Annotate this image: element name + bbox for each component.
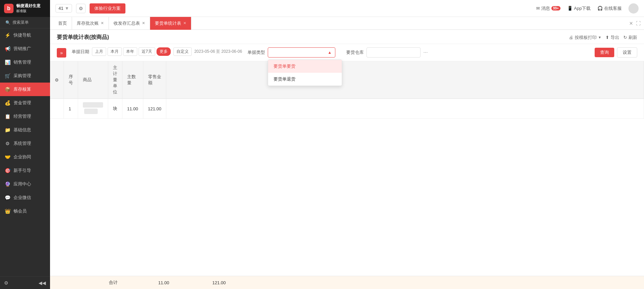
- purchase-icon: 🛒: [4, 72, 11, 79]
- trial-industry-button[interactable]: 体验行业方案: [90, 3, 125, 14]
- filter-bar: » 单据日期 上月 本月 本年 近7天 更多 自定义 2023-05-06 至 …: [50, 44, 644, 61]
- table-row: 1 块 11.00 121.00: [50, 99, 644, 119]
- print-template-btn[interactable]: 🖨 按模板打印 ▼: [569, 35, 601, 41]
- table-cell-unit: 块: [108, 99, 122, 119]
- message-icon: ✉: [536, 6, 540, 11]
- tab-label: 收发存汇总表: [114, 20, 140, 26]
- expand-icon[interactable]: ⛶: [636, 21, 641, 26]
- sidebar-item-marketing[interactable]: 📢 营销推广: [0, 42, 50, 55]
- sidebar-search[interactable]: 🔍 搜索菜单: [0, 17, 50, 28]
- sidebar-item-guide[interactable]: 🎯 新手引导: [0, 164, 50, 177]
- dropdown-item-order-return[interactable]: 要货单退货: [268, 73, 342, 86]
- online-service-label: 在线客服: [604, 5, 622, 12]
- settings-button[interactable]: 设置: [617, 47, 637, 58]
- sidebar-item-label: 畅会员: [14, 208, 27, 214]
- operation-icon: 📋: [4, 113, 11, 120]
- sidebar-item-basic[interactable]: 📁 基础信息: [0, 123, 50, 137]
- table-cell-settings: [50, 99, 64, 119]
- sidebar: b 畅捷通好生意 标准版 🔍 搜索菜单 ⚡ 快捷导航 📢 营销推广 📊 销售管理…: [0, 0, 50, 289]
- messages-label: 消息: [541, 5, 550, 12]
- page-content: 要货单统计表(按商品) 🖨 按模板打印 ▼ ⬆ 导出 ↻ 刷新: [50, 30, 644, 289]
- date-range-display: 2023-05-06 至 2023-06-06: [194, 49, 242, 54]
- page-header: 要货单统计表(按商品) 🖨 按模板打印 ▼ ⬆ 导出 ↻ 刷新: [50, 30, 644, 44]
- sidebar-item-purchase[interactable]: 🛒 采购管理: [0, 69, 50, 83]
- date-filter-group: 单据日期 上月 本月 本年 近7天 更多 自定义 2023-05-06 至 20…: [72, 47, 242, 56]
- chevron-down-icon: ▼: [598, 36, 601, 39]
- online-service-btn[interactable]: 🎧 在线客服: [597, 5, 622, 12]
- sales-icon: 📊: [4, 59, 11, 66]
- table-col-unit: 主计量单位: [108, 61, 122, 99]
- export-btn[interactable]: ⬆ 导出: [605, 35, 619, 41]
- sidebar-item-finance[interactable]: 💰 资金管理: [0, 96, 50, 110]
- sidebar-item-inventory[interactable]: 📦 库存核算: [0, 83, 50, 96]
- date-btn-last-7[interactable]: 近7天: [139, 47, 155, 56]
- close-all-icon[interactable]: ✕: [629, 21, 633, 26]
- sidebar-item-sales[interactable]: 📊 销售管理: [0, 55, 50, 69]
- refresh-btn[interactable]: ↻ 刷新: [623, 35, 637, 41]
- tab-close-icon[interactable]: ✕: [183, 21, 186, 25]
- collapse-icon: ◀◀: [39, 280, 46, 286]
- sidebar-item-label: 快捷导航: [14, 32, 31, 38]
- footer-label: 合计: [109, 280, 118, 286]
- logo-sub: 标准版: [16, 9, 41, 14]
- tab-home[interactable]: 首页: [53, 17, 72, 30]
- sidebar-collapse-btn[interactable]: ◀◀: [39, 280, 46, 286]
- sidebar-logo: b 畅捷通好生意 标准版: [0, 0, 50, 17]
- topbar: 41 ▼ ⚙ 体验行业方案 ✉ 消息 99+ 📱 App下载 🎧 在线客服: [50, 0, 644, 17]
- sidebar-item-quick-nav[interactable]: ⚡ 快捷导航: [0, 28, 50, 42]
- messages-btn[interactable]: ✉ 消息 99+: [536, 5, 560, 12]
- inventory-icon: 📦: [4, 86, 11, 93]
- gear-icon: ⚙: [79, 6, 83, 11]
- table-col-extra: [166, 61, 644, 99]
- sidebar-item-enterprise[interactable]: 🤝 企业协同: [0, 150, 50, 164]
- tab-receive-summary[interactable]: 收发存汇总表 ✕: [109, 17, 150, 30]
- date-btn-this-month[interactable]: 本月: [108, 47, 122, 56]
- settings-gear-button[interactable]: ⚙: [76, 4, 86, 13]
- query-button[interactable]: 查询: [595, 48, 614, 57]
- sidebar-item-label: 库存核算: [14, 86, 31, 92]
- table-col-settings[interactable]: ⚙: [50, 61, 64, 99]
- type-select[interactable]: ▲: [268, 47, 335, 58]
- sidebar-item-label: 新手引导: [14, 168, 31, 174]
- table-col-product: 商品: [78, 61, 108, 99]
- tab-close-icon[interactable]: ✕: [101, 21, 104, 25]
- warehouse-select[interactable]: [366, 47, 421, 58]
- chevron-down-icon: ▼: [65, 6, 69, 11]
- filter-expand-btn[interactable]: »: [57, 48, 66, 58]
- sidebar-item-system[interactable]: ⚙ 系统管理: [0, 137, 50, 150]
- tab-label: 首页: [58, 20, 67, 26]
- data-table: ⚙ 序号 商品 主计量单位 主数量 零售金额 1: [50, 61, 644, 119]
- type-select-wrapper: ▲ 要货单要货 要货单退货: [268, 47, 335, 58]
- tab-order-stats[interactable]: 要货单统计表 ✕: [150, 17, 191, 30]
- sidebar-item-wechat[interactable]: 💬 企业微信: [0, 191, 50, 204]
- sidebar-item-appstore[interactable]: 🔮 应用中心: [0, 177, 50, 191]
- print-icon: 🖨: [569, 35, 573, 40]
- sidebar-item-label: 应用中心: [14, 181, 31, 187]
- sidebar-item-label: 基础信息: [14, 127, 31, 133]
- date-btn-more[interactable]: 更多: [157, 47, 171, 56]
- page-actions: 🖨 按模板打印 ▼ ⬆ 导出 ↻ 刷新: [569, 35, 637, 41]
- date-btn-this-year[interactable]: 本年: [123, 47, 137, 56]
- basic-icon: 📁: [4, 127, 11, 133]
- date-btn-custom[interactable]: 自定义: [173, 47, 192, 56]
- sidebar-item-label: 经营管理: [14, 113, 31, 119]
- topbar-left: 41 ▼ ⚙ 体验行业方案: [55, 3, 125, 14]
- tab-batch-account[interactable]: 库存批次账 ✕: [72, 17, 109, 30]
- table-area: ⚙ 序号 商品 主计量单位 主数量 零售金额 1: [50, 61, 644, 276]
- app-download-btn[interactable]: 📱 App下载: [567, 5, 591, 12]
- marketing-icon: 📢: [4, 45, 11, 52]
- company-selector[interactable]: 41 ▼: [55, 4, 72, 13]
- warehouse-dots[interactable]: ···: [423, 49, 428, 55]
- sidebar-item-label: 企业微信: [14, 195, 31, 201]
- sidebar-item-operation[interactable]: 📋 经营管理: [0, 110, 50, 123]
- dropdown-item-order-goods[interactable]: 要货单要货: [268, 60, 342, 73]
- sidebar-item-member[interactable]: 👑 畅会员: [0, 204, 50, 218]
- user-avatar[interactable]: [628, 3, 639, 14]
- date-btn-last-month[interactable]: 上月: [92, 47, 106, 56]
- tab-close-icon[interactable]: ✕: [142, 21, 145, 25]
- sidebar-settings-btn[interactable]: ⚙: [4, 280, 8, 286]
- type-filter-group: 单据类型 ▲ 要货单要货 要货单退货: [247, 47, 335, 58]
- product-code-placeholder: [84, 109, 98, 114]
- topbar-right: ✉ 消息 99+ 📱 App下载 🎧 在线客服: [536, 3, 639, 14]
- table-col-quantity: 主数量: [122, 61, 143, 99]
